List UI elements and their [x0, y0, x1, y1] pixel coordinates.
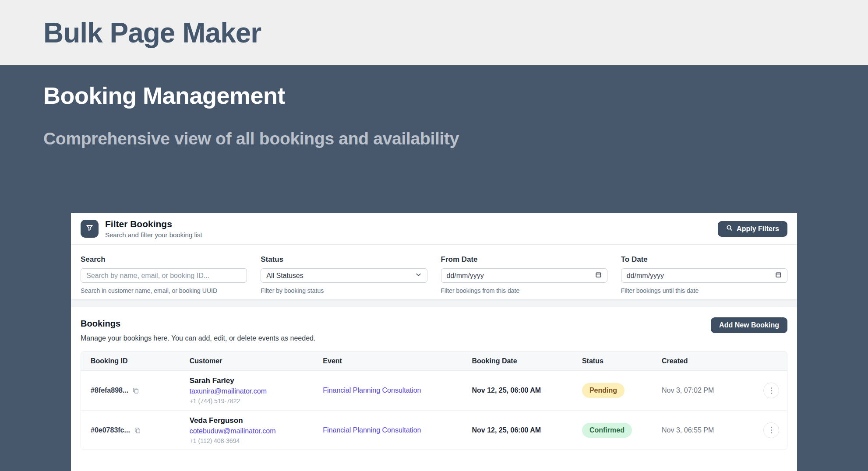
app-title: Bulk Page Maker: [43, 17, 261, 49]
content-column: Filter Bookings Search and filter your b…: [71, 213, 797, 471]
customer-name: Sarah Farley: [190, 376, 314, 385]
to-date-value: dd/mm/yyyy: [627, 272, 664, 280]
filter-card: Filter Bookings Search and filter your b…: [71, 213, 797, 299]
event-link[interactable]: Financial Planning Consultation: [313, 426, 462, 434]
status-badge: Pending: [582, 383, 625, 398]
booking-id: #0e0783fc...: [91, 426, 130, 434]
col-header-created: Created: [652, 357, 730, 365]
booking-id-cell: #0e0783fc...: [81, 426, 180, 434]
app-header: Bulk Page Maker: [0, 0, 868, 65]
filter-icon-box: [81, 220, 99, 238]
apply-filters-label: Apply Filters: [737, 225, 779, 233]
customer-name: Veda Ferguson: [190, 416, 314, 425]
col-header-booking-id: Booking ID: [81, 357, 180, 365]
to-date-help: Filter bookings until this date: [621, 287, 787, 294]
table-header-row: Booking ID Customer Event Booking Date S…: [81, 351, 787, 371]
section-gap: [71, 299, 797, 307]
status-select[interactable]: All Statuses: [261, 268, 427, 283]
page-subtitle: Comprehensive view of all bookings and a…: [43, 129, 868, 148]
col-header-status: Status: [572, 357, 652, 365]
actions-cell: [730, 383, 787, 398]
from-date-input[interactable]: dd/mm/yyyy: [441, 268, 607, 283]
search-icon: [726, 225, 733, 233]
add-new-booking-label: Add New Booking: [719, 321, 779, 329]
table-row: #0e0783fc... Veda Ferguson cotebuduw@mai…: [81, 410, 787, 450]
status-label: Status: [261, 255, 427, 264]
copy-icon[interactable]: [134, 427, 141, 434]
filter-titles: Filter Bookings Search and filter your b…: [105, 219, 718, 239]
from-date-label: From Date: [441, 255, 607, 264]
from-date-value: dd/mm/yyyy: [447, 272, 484, 280]
search-input[interactable]: [81, 268, 247, 283]
bookings-header: Bookings Manage your bookings here. You …: [71, 307, 797, 342]
col-header-event: Event: [313, 357, 462, 365]
filter-card-header: Filter Bookings Search and filter your b…: [71, 213, 797, 245]
apply-filters-button[interactable]: Apply Filters: [718, 221, 787, 237]
booking-date: Nov 12, 25, 06:00 AM: [462, 387, 572, 394]
status-help: Filter by booking status: [261, 287, 427, 294]
search-label: Search: [81, 255, 247, 264]
created-at: Nov 3, 06:55 PM: [652, 426, 730, 434]
actions-cell: [730, 422, 787, 438]
to-date-field-group: To Date dd/mm/yyyy Filter bookings until…: [621, 255, 787, 294]
booking-date: Nov 12, 25, 06:00 AM: [462, 426, 572, 434]
chevron-down-icon: [415, 271, 422, 280]
add-new-booking-button[interactable]: Add New Booking: [711, 317, 787, 333]
to-date-input[interactable]: dd/mm/yyyy: [621, 268, 787, 283]
copy-icon[interactable]: [132, 387, 139, 394]
page-title: Booking Management: [43, 82, 868, 109]
to-date-label: To Date: [621, 255, 787, 264]
calendar-icon: [595, 271, 602, 280]
bookings-title: Bookings: [81, 319, 787, 329]
status-field-group: Status All Statuses Filter by booking st…: [261, 255, 427, 294]
booking-id-cell: #8fefa898...: [81, 387, 180, 394]
row-actions-kebab-icon[interactable]: [763, 383, 779, 398]
customer-email-link[interactable]: cotebuduw@mailinator.com: [190, 427, 314, 435]
status-select-value: All Statuses: [266, 272, 303, 280]
booking-id: #8fefa898...: [91, 387, 128, 394]
customer-phone: +1 (112) 408-3694: [190, 437, 314, 444]
funnel-icon: [85, 224, 94, 234]
from-date-help: Filter bookings from this date: [441, 287, 607, 294]
filter-fields: Search Search in customer name, email, o…: [71, 245, 797, 294]
customer-cell: Sarah Farley taxunira@mailinator.com +1 …: [180, 376, 314, 404]
col-header-customer: Customer: [180, 357, 314, 365]
customer-phone: +1 (744) 519-7822: [190, 397, 314, 404]
event-link[interactable]: Financial Planning Consultation: [313, 387, 462, 394]
bookings-card: Bookings Manage your bookings here. You …: [71, 307, 797, 471]
row-actions-kebab-icon[interactable]: [763, 422, 779, 438]
col-header-booking-date: Booking Date: [462, 357, 572, 365]
customer-cell: Veda Ferguson cotebuduw@mailinator.com +…: [180, 416, 314, 444]
filter-title: Filter Bookings: [105, 219, 718, 229]
filter-subtitle: Search and filter your booking list: [105, 231, 718, 239]
table-row: #8fefa898... Sarah Farley taxunira@maili…: [81, 371, 787, 410]
calendar-icon: [775, 271, 782, 280]
customer-email-link[interactable]: taxunira@mailinator.com: [190, 387, 314, 395]
bookings-description: Manage your bookings here. You can add, …: [81, 334, 787, 342]
search-help: Search in customer name, email, or booki…: [81, 287, 247, 294]
search-field-group: Search Search in customer name, email, o…: [81, 255, 247, 294]
hero-section: Booking Management Comprehensive view of…: [0, 65, 868, 148]
from-date-field-group: From Date dd/mm/yyyy Filter bookings fro…: [441, 255, 607, 294]
status-cell: Confirmed: [572, 423, 652, 438]
status-badge: Confirmed: [582, 423, 632, 438]
status-cell: Pending: [572, 383, 652, 398]
created-at: Nov 3, 07:02 PM: [652, 387, 730, 394]
bookings-table: Booking ID Customer Event Booking Date S…: [81, 351, 787, 450]
